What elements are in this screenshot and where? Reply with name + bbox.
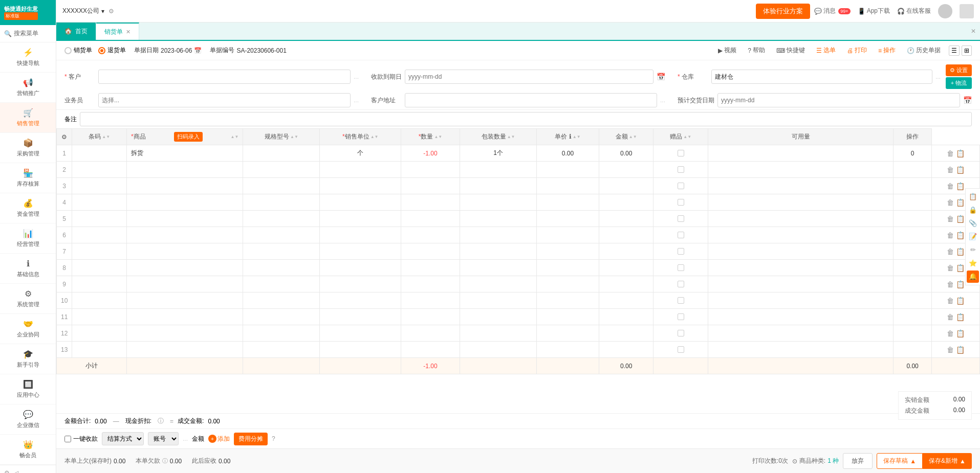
app-download-action[interactable]: 📱 App下载 bbox=[858, 7, 890, 15]
gift-checkbox-1[interactable] bbox=[678, 150, 684, 156]
remark-input[interactable] bbox=[80, 112, 972, 126]
cell-amount-5[interactable] bbox=[599, 211, 654, 227]
sidebar-item-经营管理[interactable]: 📊经营管理 bbox=[0, 223, 56, 254]
delete-icon-13[interactable]: 🗑 bbox=[947, 346, 954, 354]
cell-qty-10[interactable] bbox=[401, 292, 460, 309]
cell-qty-8[interactable] bbox=[401, 260, 460, 276]
logistics-btn[interactable]: + 物流 bbox=[946, 77, 972, 89]
copy-icon-10[interactable]: 📋 bbox=[956, 297, 965, 305]
help-circle-icon[interactable]: ⓘ bbox=[158, 417, 164, 425]
customer-dots[interactable]: ... bbox=[354, 73, 359, 80]
cell-spec-9[interactable] bbox=[243, 276, 320, 292]
cell-barcode-7[interactable] bbox=[72, 243, 127, 260]
cell-amount-4[interactable] bbox=[599, 194, 654, 211]
delivery-date-calendar-icon[interactable]: 📅 bbox=[963, 96, 972, 104]
cell-amount-11[interactable] bbox=[599, 309, 654, 325]
due-date-input[interactable] bbox=[405, 70, 654, 84]
cell-price-7[interactable] bbox=[537, 243, 599, 260]
cell-price-5[interactable] bbox=[537, 211, 599, 227]
list-view-btn[interactable]: ☰ bbox=[949, 46, 960, 56]
cell-pack-10[interactable] bbox=[460, 292, 537, 309]
cell-qty-12[interactable] bbox=[401, 325, 460, 342]
cell-spec-12[interactable] bbox=[243, 325, 320, 342]
owe2-help-icon[interactable]: ⓘ bbox=[162, 458, 168, 464]
cell-product-7[interactable] bbox=[126, 243, 243, 260]
cell-unit-9[interactable] bbox=[320, 276, 401, 292]
account-select[interactable]: 账号 bbox=[148, 432, 179, 445]
cell-gift-2[interactable] bbox=[654, 162, 708, 178]
cell-amount-3[interactable] bbox=[599, 178, 654, 194]
message-action[interactable]: 💬 消息 99+ bbox=[814, 7, 850, 15]
fenyong-help-icon[interactable]: ? bbox=[272, 435, 275, 442]
sidebar-item-资金管理[interactable]: 💰资金管理 bbox=[0, 193, 56, 223]
gift-checkbox-12[interactable] bbox=[678, 330, 684, 336]
online-service-action[interactable]: 🎧 在线客服 bbox=[897, 7, 931, 15]
cell-pack-5[interactable] bbox=[460, 211, 537, 227]
cell-barcode-4[interactable] bbox=[72, 194, 127, 211]
cell-amount-7[interactable] bbox=[599, 243, 654, 260]
gift-checkbox-2[interactable] bbox=[678, 166, 684, 173]
copy-icon-3[interactable]: 📋 bbox=[956, 182, 965, 190]
sidebar-item-畅会员[interactable]: 👑畅会员 bbox=[0, 435, 56, 465]
cell-barcode-13[interactable] bbox=[72, 342, 127, 358]
cell-pack-2[interactable] bbox=[460, 162, 537, 178]
tab-close-all[interactable]: ✕ bbox=[971, 22, 980, 40]
cell-price-3[interactable] bbox=[537, 178, 599, 194]
sidebar-search-menu[interactable]: 🔍 搜索菜单 bbox=[0, 25, 56, 42]
cell-pack-4[interactable] bbox=[460, 194, 537, 211]
cell-gift-4[interactable] bbox=[654, 194, 708, 211]
calendar-icon[interactable]: 📅 bbox=[194, 47, 202, 54]
cell-gift-5[interactable] bbox=[654, 211, 708, 227]
gift-checkbox-8[interactable] bbox=[678, 264, 684, 271]
select-btn[interactable]: ☰ 选单 bbox=[813, 45, 839, 56]
sidebar-item-库存核算[interactable]: 🏪库存核算 bbox=[0, 163, 56, 193]
setup-btn[interactable]: ⚙ 设置 bbox=[946, 64, 972, 76]
cell-qty-3[interactable] bbox=[401, 178, 460, 194]
cell-spec-13[interactable] bbox=[243, 342, 320, 358]
float-btn-5[interactable]: ✏ bbox=[967, 244, 979, 256]
one-click-pay-label[interactable]: 一键收款 bbox=[64, 435, 98, 443]
account-dots[interactable]: ... bbox=[183, 435, 188, 442]
gift-checkbox-6[interactable] bbox=[678, 232, 684, 238]
delete-icon-9[interactable]: 🗑 bbox=[947, 280, 954, 288]
shortcut-btn[interactable]: ⌨ 快捷键 bbox=[773, 45, 808, 56]
sidebar-item-销售管理[interactable]: 🛒销售管理 bbox=[0, 103, 56, 133]
cell-pack-13[interactable] bbox=[460, 342, 537, 358]
fenyong-btn[interactable]: 费用分摊 bbox=[234, 433, 268, 445]
cell-unit-2[interactable] bbox=[320, 162, 401, 178]
video-btn[interactable]: ▶ 视频 bbox=[715, 45, 739, 56]
cell-barcode-1[interactable] bbox=[72, 145, 127, 162]
copy-icon-8[interactable]: 📋 bbox=[956, 264, 965, 272]
cell-product-8[interactable] bbox=[126, 260, 243, 276]
scan-btn[interactable]: 扫码录入 bbox=[174, 132, 203, 142]
cell-spec-3[interactable] bbox=[243, 178, 320, 194]
customer-input[interactable] bbox=[98, 70, 351, 84]
cell-barcode-5[interactable] bbox=[72, 211, 127, 227]
cell-barcode-8[interactable] bbox=[72, 260, 127, 276]
gift-checkbox-11[interactable] bbox=[678, 313, 684, 320]
tab-close-icon[interactable]: ✕ bbox=[126, 29, 130, 35]
cell-price-1[interactable]: 0.00 bbox=[537, 145, 599, 162]
cell-pack-7[interactable] bbox=[460, 243, 537, 260]
sidebar-item-营销推广[interactable]: 📢营销推广 bbox=[0, 73, 56, 103]
tab-home[interactable]: 🏠 首页 bbox=[56, 22, 96, 40]
warehouse-input[interactable] bbox=[711, 70, 932, 84]
sidebar-item-企业微信[interactable]: 💬企业微信 bbox=[0, 404, 56, 435]
gift-checkbox-7[interactable] bbox=[678, 248, 684, 255]
cell-gift-9[interactable] bbox=[654, 276, 708, 292]
cell-amount-10[interactable] bbox=[599, 292, 654, 309]
copy-icon-12[interactable]: 📋 bbox=[956, 329, 965, 337]
cell-barcode-2[interactable] bbox=[72, 162, 127, 178]
sidebar-item-快捷导航[interactable]: ⚡快捷导航 bbox=[0, 42, 56, 73]
cell-pack-12[interactable] bbox=[460, 325, 537, 342]
cell-pack-11[interactable] bbox=[460, 309, 537, 325]
cell-unit-5[interactable] bbox=[320, 211, 401, 227]
copy-icon-1[interactable]: 📋 bbox=[956, 149, 965, 157]
cell-amount-2[interactable] bbox=[599, 162, 654, 178]
th-settings[interactable]: ⚙ bbox=[57, 129, 72, 145]
cell-pack-1[interactable]: 1个 bbox=[460, 145, 537, 162]
copy-icon-5[interactable]: 📋 bbox=[956, 215, 965, 223]
cell-barcode-3[interactable] bbox=[72, 178, 127, 194]
cell-product-5[interactable] bbox=[126, 211, 243, 227]
cell-unit-6[interactable] bbox=[320, 227, 401, 243]
